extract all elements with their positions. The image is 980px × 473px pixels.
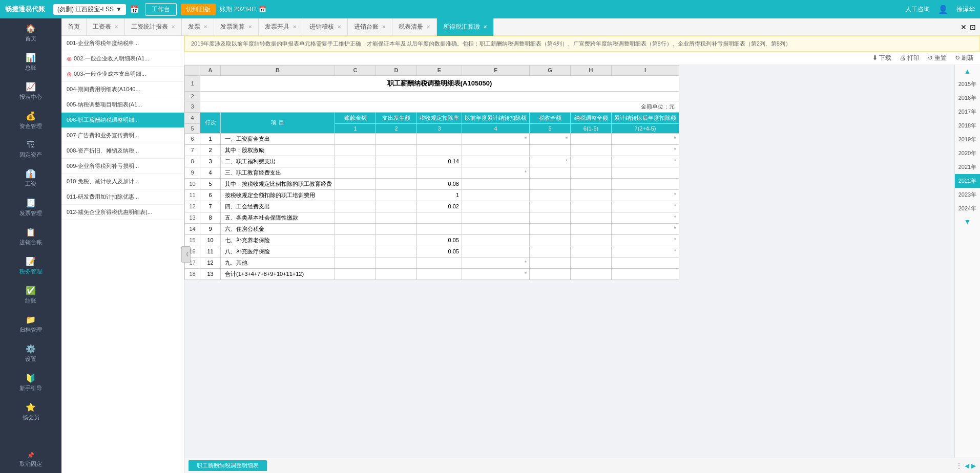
f-cell[interactable]: * <box>462 133 530 144</box>
g-cell[interactable] <box>530 178 571 189</box>
seq-cell[interactable]: 7 <box>200 201 221 212</box>
d-cell[interactable] <box>376 178 417 189</box>
year-2019[interactable]: 2019年 <box>955 133 980 146</box>
i-cell[interactable]: * <box>612 189 679 201</box>
list-item-002[interactable]: ⊗ 002-一般企业收入明细表(A1... <box>61 51 184 67</box>
c-cell[interactable] <box>335 201 376 212</box>
h-cell[interactable] <box>571 223 612 234</box>
h-cell[interactable] <box>571 257 612 268</box>
tab-home[interactable]: 首页 <box>61 18 87 36</box>
year-2021[interactable]: 2021年 <box>955 160 980 174</box>
f-cell[interactable] <box>462 201 530 212</box>
d-cell[interactable] <box>376 223 417 234</box>
i-cell[interactable]: * <box>612 223 679 234</box>
g-cell[interactable] <box>530 201 571 212</box>
year-2018[interactable]: 2018年 <box>955 119 980 133</box>
tab-payroll-close[interactable]: ✕ <box>114 24 118 30</box>
company-selector[interactable]: (勿删) 江西股宝-LSS ▼ <box>53 4 126 15</box>
c-cell[interactable] <box>335 257 376 268</box>
list-item-003[interactable]: ⊗ 003-一般企业成本支出明细... <box>61 67 184 82</box>
e-cell[interactable] <box>417 223 462 234</box>
tab-purchase-check[interactable]: 进销稽核 ✕ <box>303 18 348 36</box>
tab-invoice-calc[interactable]: 发票测算 ✕ <box>214 18 259 36</box>
e-cell[interactable]: 0.02 <box>417 201 462 212</box>
c-cell[interactable] <box>335 246 376 257</box>
g-cell[interactable] <box>530 144 571 156</box>
f-cell[interactable] <box>462 246 530 257</box>
sidebar-item-reports[interactable]: 📈 报表中心 <box>0 77 61 106</box>
h-cell[interactable] <box>571 268 612 280</box>
c-cell[interactable] <box>335 234 376 246</box>
year-2024[interactable]: 2024年 <box>955 202 980 216</box>
download-button[interactable]: ⬇ 下载 <box>872 54 891 62</box>
tab-invoice-open[interactable]: 发票开具 ✕ <box>259 18 303 36</box>
collapse-button[interactable]: 《 <box>181 246 191 263</box>
g-cell[interactable]: * <box>530 133 571 144</box>
tab-income-tax[interactable]: 所得税汇算缴 ✕ <box>437 18 494 36</box>
list-item-009[interactable]: 009-企业所得税列补亏损明... <box>61 159 184 174</box>
c-cell[interactable] <box>335 212 376 223</box>
h-cell[interactable] <box>571 167 612 178</box>
seq-cell[interactable]: 6 <box>200 189 221 201</box>
d-cell[interactable] <box>376 144 417 156</box>
seq-cell[interactable]: 9 <box>200 223 221 234</box>
tab-purchase-ledger[interactable]: 进销台账 ✕ <box>348 18 392 36</box>
h-cell[interactable] <box>571 156 612 167</box>
f-cell[interactable] <box>462 223 530 234</box>
switch-old-button[interactable]: 切到旧版 <box>181 4 216 15</box>
d-cell[interactable] <box>376 156 417 167</box>
unpin-button[interactable]: 📌 取消固定 <box>0 447 61 473</box>
list-item-011[interactable]: 011-研发费用加计扣除优惠... <box>61 189 184 205</box>
e-cell[interactable] <box>417 144 462 156</box>
h-cell[interactable] <box>571 144 612 156</box>
list-item-008[interactable]: 008-资产折旧、摊销及纳税... <box>61 143 184 159</box>
seq-cell[interactable]: 3 <box>200 156 221 167</box>
i-cell[interactable]: * <box>612 156 679 167</box>
f-cell[interactable] <box>462 189 530 201</box>
seq-cell[interactable]: 8 <box>200 212 221 223</box>
i-cell[interactable] <box>612 257 679 268</box>
f-cell[interactable] <box>462 234 530 246</box>
sidebar-item-home[interactable]: 🏠 首页 <box>0 18 61 48</box>
d-cell[interactable] <box>376 234 417 246</box>
list-item-012[interactable]: 012-减免企业所得税优惠明细表(... <box>61 205 184 220</box>
d-cell[interactable] <box>376 268 417 280</box>
i-cell[interactable]: * <box>612 212 679 223</box>
sidebar-item-guide[interactable]: 🔰 新手引导 <box>0 368 61 397</box>
g-cell[interactable] <box>530 246 571 257</box>
f-cell[interactable] <box>462 156 530 167</box>
d-cell[interactable] <box>376 201 417 212</box>
list-item-004[interactable]: 004-期间费用明细表(A1040... <box>61 82 184 97</box>
i-cell[interactable] <box>612 268 679 280</box>
f-cell[interactable] <box>462 178 530 189</box>
scroll-left-icon[interactable]: ◀ <box>965 462 969 469</box>
reset-button[interactable]: ↺ 重置 <box>928 54 947 62</box>
sidebar-item-archive[interactable]: 📁 归档管理 <box>0 310 61 339</box>
c-cell[interactable] <box>335 133 376 144</box>
tab-invoice-calc-close[interactable]: ✕ <box>248 24 252 30</box>
e-cell[interactable]: 1 <box>417 189 462 201</box>
d-cell[interactable] <box>376 133 417 144</box>
workbench-button[interactable]: 工作台 <box>145 3 177 16</box>
tab-payroll-stat[interactable]: 工资统计报表 ✕ <box>125 18 182 36</box>
g-cell[interactable] <box>530 212 571 223</box>
scroll-right-icon[interactable]: ▶ <box>971 462 976 469</box>
d-cell[interactable] <box>376 246 417 257</box>
i-cell[interactable] <box>612 167 679 178</box>
g-cell[interactable] <box>530 223 571 234</box>
g-cell[interactable] <box>530 268 571 280</box>
sidebar-item-sales[interactable]: 📋 进销台账 <box>0 222 61 251</box>
f-cell[interactable] <box>462 212 530 223</box>
list-item-006[interactable]: 006-职工薪酬纳税调整明细... <box>61 113 184 128</box>
f-cell[interactable] <box>462 144 530 156</box>
h-cell[interactable] <box>571 178 612 189</box>
h-cell[interactable] <box>571 234 612 246</box>
year-down-arrow[interactable]: ▼ <box>955 216 980 228</box>
year-2023[interactable]: 2023年 <box>955 188 980 202</box>
sidebar-item-fixed-assets[interactable]: 🏗 固定资产 <box>0 135 61 164</box>
c-cell[interactable] <box>335 144 376 156</box>
c-cell[interactable] <box>335 189 376 201</box>
calendar-period-icon[interactable]: 📅 <box>259 6 266 13</box>
d-cell[interactable] <box>376 167 417 178</box>
d-cell[interactable] <box>376 212 417 223</box>
